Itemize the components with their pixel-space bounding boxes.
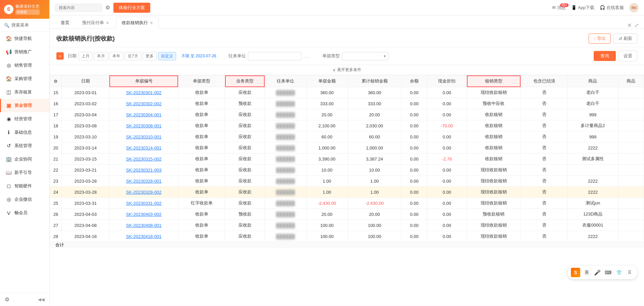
- tab-prepay[interactable]: 预付应付单 ✕: [76, 17, 115, 29]
- float-mic-icon[interactable]: 🎤: [593, 268, 602, 277]
- sidebar-search[interactable]: 🔍 搜索菜单: [0, 19, 49, 32]
- sidebar-item-sales[interactable]: ◎ 销售管理: [0, 59, 49, 72]
- sidebar-item-label: 企业微信: [14, 196, 32, 202]
- sidebar-item-purchase[interactable]: 🏠 采购管理: [0, 72, 49, 85]
- sidebar-item-label: 营销推广: [14, 49, 32, 55]
- cell-goods1: 测试多属性: [568, 154, 618, 165]
- cell-biz-type: 预收款: [225, 209, 265, 220]
- setting-button[interactable]: 设置: [619, 51, 637, 61]
- cell-voucher-no[interactable]: SK-20230418-001: [109, 231, 178, 242]
- cell-balance: 0.00: [401, 87, 427, 98]
- filter-bar: » 日期 上月 本月 本年 近7天 更多 自定义 不限 至 2023-07-26…: [50, 47, 644, 65]
- cell-voucher-no[interactable]: SK-20230328-002: [109, 187, 178, 198]
- filter-btn-custom[interactable]: 自定义: [158, 52, 176, 60]
- cell-voucher-no[interactable]: SK-20230308-001: [109, 120, 178, 131]
- cell-date: 2023-04-18: [62, 231, 109, 242]
- export-icon: ↑: [594, 36, 596, 41]
- cell-counterparty: ██████: [265, 187, 306, 198]
- cell-goods1: 老白干: [568, 98, 618, 109]
- export-button[interactable]: ↑ 导出: [589, 34, 611, 44]
- cell-voucher-no[interactable]: SK-20230310-001: [109, 131, 178, 142]
- sidebar-item-marketing[interactable]: 📢 营销推广: [0, 45, 49, 59]
- table-row: 202023-03-14SK-20230314-001收款单应收款██████1…: [50, 142, 644, 154]
- cell-voucher-type: 收款单: [178, 220, 225, 231]
- tab-collection-close-icon[interactable]: ✕: [150, 21, 153, 25]
- col-settings[interactable]: ⚙: [50, 75, 62, 87]
- topbar-search-input[interactable]: [55, 4, 102, 12]
- cell-voucher-no[interactable]: SK-20230321-003: [109, 165, 178, 176]
- cell-goods1: 2222: [568, 142, 618, 154]
- cell-voucher-no[interactable]: SK-20230302-002: [109, 98, 178, 109]
- sidebar-item-operations[interactable]: ◉ 经营管理: [0, 112, 49, 126]
- cell-cash-discount: 0.00: [427, 87, 467, 98]
- filter-btn-more[interactable]: 更多: [143, 52, 157, 60]
- sidebar-item-hardware[interactable]: ◻ 智能硬件: [0, 179, 49, 193]
- float-grid-icon[interactable]: ⠿: [625, 268, 634, 277]
- filter-btn-7days[interactable]: 近7天: [125, 52, 141, 60]
- sidebar-item-system[interactable]: ↺ 系统管理: [0, 139, 49, 152]
- sales-icon: ◎: [6, 62, 12, 68]
- tab-collection[interactable]: 收款核销执行 ✕: [116, 17, 159, 29]
- filter-counterparty-group: 往来单位 ...: [228, 52, 310, 60]
- cell-include-settled: 否: [521, 131, 568, 142]
- filter-date-label: 日期: [68, 53, 76, 59]
- expand-more-button[interactable]: ∨ 展开更多条件: [333, 67, 361, 73]
- filter-btn-last-month[interactable]: 上月: [78, 52, 93, 60]
- notification-item[interactable]: ✉ 消息 99+: [552, 5, 566, 11]
- filter-btn-this-year[interactable]: 本年: [109, 52, 123, 60]
- cell-voucher-no[interactable]: SK-20230403-002: [109, 209, 178, 220]
- cell-cum-amount: 1,000.00: [347, 142, 401, 154]
- sidebar-item-corp[interactable]: 🏢 企业协同: [0, 152, 49, 166]
- tab-close-all-icon[interactable]: ✕: [627, 22, 632, 28]
- sidebar-collapse-icon[interactable]: ◀◀: [38, 297, 45, 302]
- topbar-gear-icon[interactable]: ⚙: [105, 4, 110, 11]
- cell-date: 2023-03-02: [62, 98, 109, 109]
- cell-voucher-no[interactable]: SK-20230314-001: [109, 142, 178, 154]
- industry-solution-button[interactable]: 体验行业方案: [113, 3, 150, 13]
- app-download-item[interactable]: 📱 App下载: [571, 5, 594, 11]
- sidebar-item-inventory[interactable]: ◫ 库存核算: [0, 85, 49, 99]
- cell-voucher-no[interactable]: SK-20230301-002: [109, 87, 178, 98]
- cell-voucher-no[interactable]: SK-20230328-001: [109, 176, 178, 187]
- refresh-button[interactable]: ↺ 刷新: [613, 34, 637, 44]
- filter-btn-this-month[interactable]: 本月: [94, 52, 108, 60]
- float-shirt-icon[interactable]: 👕: [614, 268, 623, 277]
- filter-counterparty-input[interactable]: [248, 52, 302, 60]
- cell-include-settled: 否: [521, 198, 568, 209]
- cell-voucher-no[interactable]: SK-20230315-002: [109, 154, 178, 165]
- sidebar-item-finance[interactable]: ▣ 资金管理: [0, 99, 49, 112]
- float-keyboard-icon[interactable]: ⌨: [604, 268, 612, 277]
- cell-goods2: [618, 220, 644, 231]
- tab-prepay-close-icon[interactable]: ✕: [106, 21, 109, 25]
- sidebar-item-wechat[interactable]: ◎ 企业微信: [0, 193, 49, 206]
- tab-home-label: 首页: [61, 20, 69, 26]
- sidebar-item-guide[interactable]: 📖 新手引导: [0, 166, 49, 179]
- filter-voucher-type-select[interactable]: [342, 52, 389, 60]
- cell-cum-amount: 1.00: [347, 187, 401, 198]
- user-avatar[interactable]: Rit: [629, 3, 639, 12]
- cell-voucher-no[interactable]: SK-20230304-001: [109, 109, 178, 120]
- sidebar-item-basic[interactable]: ℹ 基础信息: [0, 126, 49, 139]
- tab-home[interactable]: 首页: [55, 17, 75, 29]
- float-brand-icon[interactable]: S: [571, 268, 580, 277]
- online-service-item[interactable]: 🎧 在线客服: [600, 5, 624, 11]
- tab-expand-icon[interactable]: ⤢: [634, 22, 639, 28]
- query-button[interactable]: 查询: [594, 51, 616, 61]
- sidebar-item-shortcut[interactable]: 🏠 快捷导航: [0, 32, 49, 45]
- cell-balance: 0.00: [401, 220, 427, 231]
- sidebar-settings-icon[interactable]: ⚙: [5, 296, 9, 303]
- cell-amount: -2,430.00: [306, 198, 347, 209]
- cell-cum-amount: 3,387.24: [347, 154, 401, 165]
- cell-voucher-type: 收款单: [178, 187, 225, 198]
- float-text-icon[interactable]: 英: [582, 268, 591, 277]
- cell-include-settled: 否: [521, 109, 568, 120]
- cell-cash-discount: -2.76: [427, 154, 467, 165]
- cell-voucher-no[interactable]: SK-20230408-001: [109, 220, 178, 231]
- cell-voucher-no[interactable]: SK-20230331-002: [109, 198, 178, 209]
- col-date: 日期: [62, 75, 109, 87]
- cell-balance: 0.00: [401, 131, 427, 142]
- sidebar-item-member[interactable]: V 畅会员: [0, 206, 49, 220]
- filter-collapse-icon[interactable]: »: [56, 52, 64, 60]
- cell-cum-amount: 2,030.00: [347, 120, 401, 131]
- cell-cash-discount: 0.00: [427, 231, 467, 242]
